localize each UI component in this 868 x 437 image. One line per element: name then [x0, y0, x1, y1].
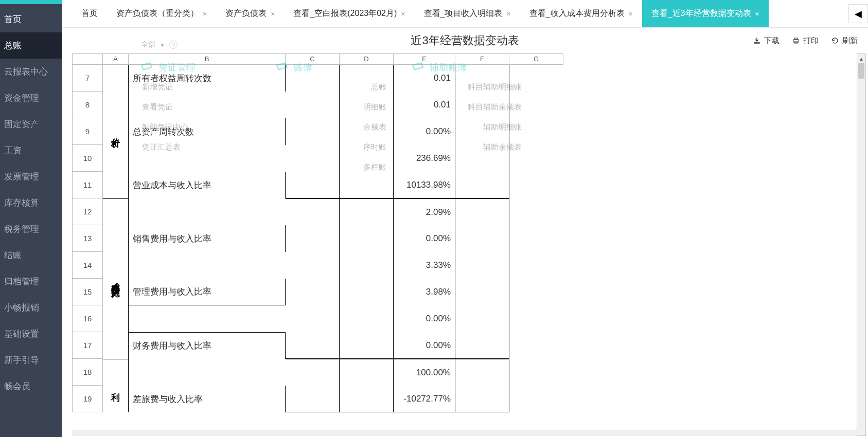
cell[interactable]	[340, 65, 394, 92]
col-header[interactable]: G	[509, 53, 563, 65]
cell[interactable]	[455, 172, 509, 198]
close-icon[interactable]: ×	[755, 10, 759, 18]
row-number[interactable]: 12	[72, 198, 103, 225]
tab-income-cost[interactable]: 查看_收入成本费用分析表×	[520, 0, 642, 27]
cell[interactable]	[286, 359, 340, 386]
cell[interactable]	[286, 172, 340, 198]
row-number[interactable]: 15	[72, 279, 103, 305]
corner-cell[interactable]	[72, 53, 103, 65]
cell-label[interactable]: 营业成本与收入比率	[129, 172, 286, 198]
tab-scroll-left-button[interactable]: ◀	[848, 4, 868, 23]
cell[interactable]	[455, 386, 509, 412]
cell[interactable]	[340, 92, 394, 118]
sidebar-item-tax[interactable]: 税务管理	[0, 216, 62, 242]
row-number[interactable]: 13	[72, 225, 103, 252]
sidebar-item-closing[interactable]: 结账	[0, 242, 62, 268]
cell[interactable]: 0.00%	[394, 332, 455, 359]
vertical-scrollbar[interactable]: ▲	[857, 53, 866, 436]
sidebar-item-settings[interactable]: 基础设置	[0, 321, 62, 347]
cell[interactable]	[286, 279, 340, 305]
sidebar-item-ledger[interactable]: 总账	[0, 32, 62, 59]
cell[interactable]	[455, 332, 509, 359]
tab-blank-report[interactable]: 查看_空白报表(2023年02月)×	[284, 0, 414, 27]
cell-label[interactable]: 总资产周转次数	[129, 118, 286, 145]
cell[interactable]	[340, 332, 394, 359]
row-number[interactable]: 7	[72, 65, 103, 92]
sidebar-item-funds[interactable]: 资金管理	[0, 85, 62, 111]
sidebar-item-invoice[interactable]: 发票管理	[0, 163, 62, 190]
close-icon[interactable]: ×	[506, 10, 510, 18]
cell[interactable]	[455, 359, 509, 386]
cell[interactable]: 236.69%	[394, 145, 455, 172]
category-cell[interactable]: 成本费用收入比	[103, 198, 129, 359]
sidebar-item-guide[interactable]: 新手引导	[0, 347, 62, 373]
close-icon[interactable]: ×	[203, 10, 207, 18]
row-number[interactable]: 18	[72, 359, 103, 386]
tab-3year-change[interactable]: 查看_近3年经营数据变动表×	[642, 0, 769, 27]
cell[interactable]	[340, 359, 394, 386]
row-number[interactable]: 9	[72, 118, 103, 145]
category-cell[interactable]: 利	[103, 359, 129, 412]
horizontal-scrollbar[interactable]	[72, 430, 857, 436]
cell[interactable]	[340, 118, 394, 145]
col-header[interactable]: E	[394, 53, 455, 65]
cell[interactable]	[340, 198, 394, 225]
sidebar-item-member[interactable]: 畅会员	[0, 373, 62, 399]
print-button[interactable]: 打印	[792, 36, 819, 46]
tab-balance-reclass[interactable]: 资产负债表（重分类）×	[107, 0, 216, 27]
tab-balance[interactable]: 资产负债表×	[216, 0, 284, 27]
tab-project-income[interactable]: 查看_项目收入明细表×	[415, 0, 520, 27]
cell[interactable]	[286, 198, 340, 225]
row-number[interactable]: 8	[72, 92, 103, 118]
sidebar-item-inventory[interactable]: 库存核算	[0, 190, 62, 216]
cell[interactable]	[340, 305, 394, 332]
row-number[interactable]: 19	[72, 386, 103, 412]
row-number[interactable]: 17	[72, 332, 103, 359]
row-number[interactable]: 11	[72, 172, 103, 198]
sidebar-item-archive[interactable]: 归档管理	[0, 268, 62, 295]
sidebar-item-cloud-report[interactable]: 云报表中心	[0, 59, 62, 85]
cell[interactable]	[340, 145, 394, 172]
cell[interactable]	[286, 332, 340, 359]
cell[interactable]: 0.00%	[394, 225, 455, 252]
cell-label[interactable]: 差旅费与收入比率	[129, 386, 286, 412]
cell[interactable]	[455, 92, 509, 118]
scroll-thumb[interactable]	[858, 63, 864, 79]
col-header[interactable]: D	[340, 53, 394, 65]
cell[interactable]: 3.98%	[394, 279, 455, 305]
cell[interactable]	[340, 252, 394, 279]
refresh-button[interactable]: 刷新	[831, 36, 858, 46]
cell[interactable]	[455, 252, 509, 279]
cell[interactable]	[455, 305, 509, 332]
cell[interactable]	[455, 145, 509, 172]
cell[interactable]	[455, 225, 509, 252]
scroll-up-arrow[interactable]: ▲	[857, 54, 865, 63]
col-header[interactable]: F	[455, 53, 509, 65]
close-icon[interactable]: ×	[271, 10, 275, 18]
cell[interactable]	[286, 252, 340, 279]
cell[interactable]: -10272.77%	[394, 386, 455, 412]
row-number[interactable]: 16	[72, 305, 103, 332]
cell[interactable]: 100.00%	[394, 359, 455, 386]
cell[interactable]: 3.33%	[394, 252, 455, 279]
cell[interactable]	[286, 118, 340, 145]
spreadsheet-grid[interactable]: A B C D E F G 78910111213141516171819 所有…	[72, 53, 857, 430]
cell[interactable]	[340, 279, 394, 305]
category-cell[interactable]: 分析	[103, 65, 129, 198]
cell[interactable]	[455, 65, 509, 92]
cell[interactable]	[286, 305, 340, 332]
cell-label[interactable]: 销售费用与收入比率	[129, 225, 286, 252]
cell[interactable]	[286, 386, 340, 412]
close-icon[interactable]: ×	[629, 10, 633, 18]
col-header[interactable]: B	[129, 53, 286, 65]
cell[interactable]: 0.01	[394, 92, 455, 118]
tab-home[interactable]: 首页	[72, 0, 107, 27]
cell[interactable]: 0.01	[394, 65, 455, 92]
cell[interactable]	[286, 92, 340, 118]
cell-label[interactable]: 财务费用与收入比率	[129, 332, 286, 359]
cell[interactable]	[340, 386, 394, 412]
cell[interactable]	[455, 118, 509, 145]
cell[interactable]: 0.00%	[394, 118, 455, 145]
cell[interactable]	[455, 198, 509, 225]
cell[interactable]: 10133.98%	[394, 172, 455, 198]
